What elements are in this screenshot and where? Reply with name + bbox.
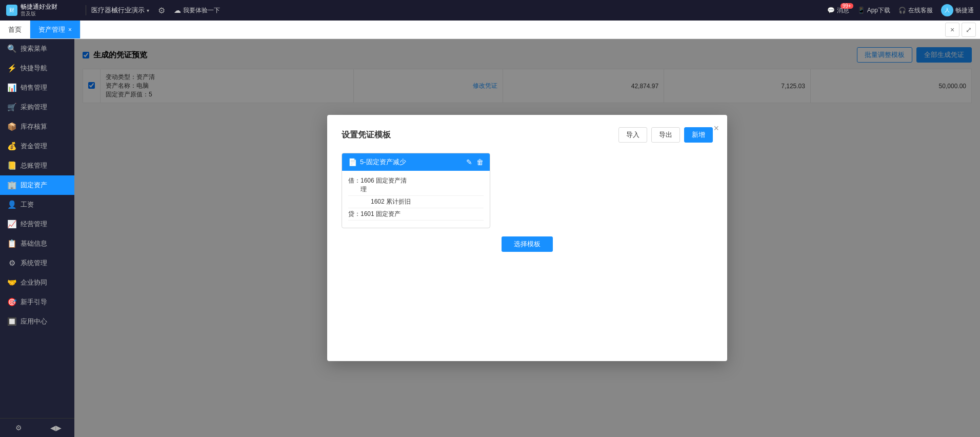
customer-service-btn[interactable]: 🎧 在线客服 [898,6,933,15]
entry-account-2: 1601 固定资产 [361,210,412,218]
sidebar-label-quick-nav: 快捷导航 [21,64,47,73]
sidebar-item-sales[interactable]: 📊 销售管理 [0,78,74,97]
sidebar-label-guide: 新手引导 [21,297,47,307]
search-icon: 🔍 [7,44,16,53]
sidebar: 🔍 搜索菜单 ⚡ 快捷导航 📊 销售管理 🛒 采购管理 📦 库存核算 💰 资金管… [0,39,74,437]
modal-header: 设置凭证模板 导入 导出 新增 [342,127,713,143]
tab-home[interactable]: 首页 [0,21,30,38]
modal-title: 设置凭证模板 [342,130,618,141]
entry-credit-2 [448,210,484,218]
sidebar-item-inventory[interactable]: 📦 库存核算 [0,117,74,136]
sidebar-item-fixed-assets[interactable]: 🏢 固定资产 [0,175,74,195]
modal-overlay: 设置凭证模板 导入 导出 新增 × 📄 [74,39,980,437]
sidebar-label-inventory: 库存核算 [21,122,47,131]
sidebar-item-guide[interactable]: 🎯 新手引导 [0,292,74,312]
sidebar-bottom: ⚙ ◀▶ [0,418,74,437]
settings-icon[interactable]: ⚙ [154,3,169,17]
tab-window-actions: × ⤢ [945,23,980,37]
logo-name: 畅捷通好业财 [21,3,57,10]
app-download-label: App下载 [867,6,890,15]
avatar: 人 [941,4,953,16]
new-template-button[interactable]: 新增 [684,127,713,143]
tab-asset-mgmt[interactable]: 资产管理 × [30,21,81,38]
entry-type-0: 借： [348,176,361,194]
window-expand-button[interactable]: ⤢ [962,23,976,37]
sidebar-label-system: 系统管理 [21,259,47,268]
modal-dialog: 设置凭证模板 导入 导出 新增 × 📄 [327,115,727,361]
template-entry-row: 贷： 1601 固定资产 [348,208,484,221]
template-entry-row [348,221,484,224]
sidebar-label-funds: 资金管理 [21,142,47,151]
tab-asset-label: 资产管理 [38,25,65,34]
sidebar-label-purchase: 采购管理 [21,103,47,112]
tab-close-icon[interactable]: × [68,26,72,33]
lightning-icon: ⚡ [7,64,16,73]
sidebar-item-enterprise[interactable]: 🤝 企业协同 [0,273,74,292]
logo-icon: 财 [6,5,17,16]
company-selector[interactable]: 医疗器械行业演示 ▾ [91,6,149,15]
modal-close-button[interactable]: × [713,123,719,134]
clipboard-icon: 📋 [7,239,16,248]
sidebar-settings-button[interactable]: ⚙ [0,419,37,437]
tab-bar: 首页 资产管理 × × ⤢ [0,21,980,39]
template-edit-icon[interactable]: ✎ [466,158,472,166]
user-menu[interactable]: 人 畅捷通 [941,4,974,16]
content-area: 生成的凭证预览 批量调整模板 全部生成凭证 变动类型：资产清 资产名称：电脑 [74,39,980,437]
experience-label: 我要体验一下 [183,6,220,15]
sidebar-item-ledger[interactable]: 📒 总账管理 [0,156,74,175]
message-icon: 💬 [827,7,835,14]
template-delete-icon[interactable]: 🗑 [476,158,484,166]
cart-icon: 🛒 [7,103,16,112]
chevron-down-icon: ▾ [147,8,149,13]
template-entry-row: 1602 累计折旧 [348,196,484,208]
sidebar-collapse-button[interactable]: ◀▶ [37,419,75,437]
messages-btn[interactable]: 💬 消息 99+ [827,6,849,15]
tab-home-label: 首页 [8,25,22,34]
window-close-button[interactable]: × [945,23,959,37]
user-name: 畅捷通 [955,6,974,15]
sidebar-item-funds[interactable]: 💰 资金管理 [0,136,74,156]
sidebar-item-payroll[interactable]: 👤 工资 [0,195,74,214]
template-card-header: 📄 5-固定资产减少 ✎ 🗑 [342,153,490,171]
entry-debit-1 [412,197,448,206]
logo: 财 畅捷通好业财 普及版 [6,3,81,17]
sidebar-label-enterprise: 企业协同 [21,278,47,287]
top-bar-right: 💬 消息 99+ 📱 App下载 🎧 在线客服 人 畅捷通 [827,4,974,16]
target-icon: 🎯 [7,297,16,307]
sidebar-item-quick-nav[interactable]: ⚡ 快捷导航 [0,58,74,78]
export-button[interactable]: 导出 [651,127,680,143]
template-grid: 📄 5-固定资产减少 ✎ 🗑 [342,153,713,228]
sidebar-item-app-center[interactable]: 🔲 应用中心 [0,312,74,331]
logo-sub: 普及版 [21,10,57,17]
sidebar-item-search[interactable]: 🔍 搜索菜单 [0,39,74,58]
cloud-icon: ☁ [174,6,181,14]
entry-credit-1 [448,197,484,206]
book-icon: 📒 [7,161,16,170]
select-template-button[interactable]: 选择模板 [502,236,553,252]
main-layout: 🔍 搜索菜单 ⚡ 快捷导航 📊 销售管理 🛒 采购管理 📦 库存核算 💰 资金管… [0,39,980,437]
handshake-icon: 🤝 [7,278,16,287]
top-divider [86,5,86,15]
sidebar-label-payroll: 工资 [21,200,34,209]
template-card: 📄 5-固定资产减少 ✎ 🗑 [342,153,490,228]
gear-icon: ⚙ [7,259,16,268]
download-icon: 📱 [857,7,865,14]
messages-badge: 99+ [841,3,853,9]
sidebar-item-purchase[interactable]: 🛒 采购管理 [0,97,74,117]
sidebar-label-basic-info: 基础信息 [21,239,47,248]
entry-credit-0 [448,176,484,194]
box-icon: 📦 [7,122,16,131]
sidebar-item-system[interactable]: ⚙ 系统管理 [0,253,74,273]
import-button[interactable]: 导入 [618,127,647,143]
top-bar: 财 畅捷通好业财 普及版 医疗器械行业演示 ▾ ⚙ ☁ 我要体验一下 💬 消息 … [0,0,980,21]
experience-btn[interactable]: ☁ 我要体验一下 [174,6,220,15]
sidebar-item-operations[interactable]: 📈 经营管理 [0,214,74,234]
template-entry-row: 借： 1606 固定资产清理 [348,175,484,196]
sidebar-label-fixed-assets: 固定资产 [21,181,47,190]
building-icon: 🏢 [7,181,16,190]
sidebar-item-basic-info[interactable]: 📋 基础信息 [0,234,74,253]
app-download-btn[interactable]: 📱 App下载 [857,6,890,15]
entry-debit-0 [412,176,448,194]
template-card-actions: ✎ 🗑 [466,158,484,166]
template-file-icon: 📄 [348,158,357,166]
